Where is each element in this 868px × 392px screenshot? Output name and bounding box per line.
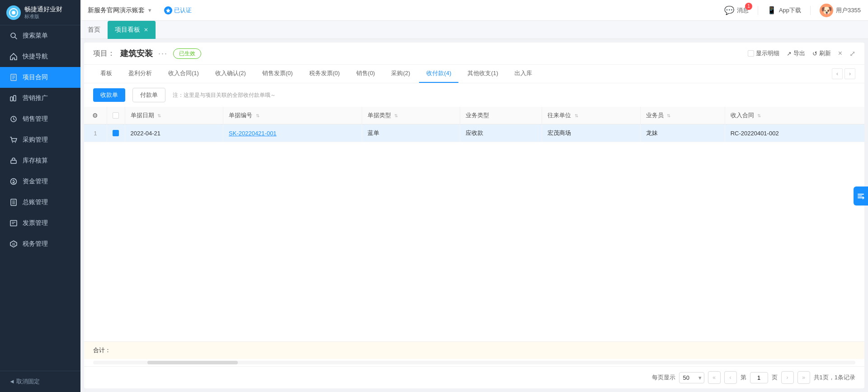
user-name-label: 用户3355 <box>836 6 861 14</box>
row-number-link[interactable]: SK-20220421-001 <box>229 130 277 137</box>
page-close-button[interactable]: × <box>838 49 842 57</box>
menu-icon-4 <box>9 115 18 124</box>
tab-project-label: 项目看板 <box>115 26 140 34</box>
col-settings[interactable]: ⚙ <box>84 107 107 124</box>
col-contract[interactable]: 收入合同 ⇅ <box>725 107 864 124</box>
page-content: 项目： 建筑安装 ··· 已生效 显示明细 ↗ 导出 ↺ 刷新 × ⤢ <box>84 43 864 388</box>
page-expand-button[interactable]: ⤢ <box>849 49 855 58</box>
menu-icon-6 <box>9 156 18 165</box>
sub-tab-profit[interactable]: 盈利分析 <box>121 65 159 83</box>
table-row[interactable]: 1 2022-04-21 SK-20220421-001 蓝单 应收款 宏茂商场… <box>84 124 864 142</box>
message-button[interactable]: 💬 消息 1 <box>724 5 749 15</box>
sidebar-unpin-button[interactable]: ◄ 取消固定 <box>0 371 80 392</box>
col-date[interactable]: 单据日期 ⇅ <box>125 107 223 124</box>
sub-tab-warehouse[interactable]: 出入库 <box>507 65 539 83</box>
svg-rect-9 <box>14 96 16 101</box>
next-page-button[interactable]: › <box>781 371 794 384</box>
export-button[interactable]: ↗ 导出 <box>787 49 805 57</box>
sub-tab-purchase[interactable]: 采购(2) <box>384 65 417 83</box>
header-checkbox[interactable] <box>113 112 119 119</box>
sub-tab-kanban[interactable]: 看板 <box>93 65 119 83</box>
phone-icon: 📱 <box>767 6 776 14</box>
menu-icon-1 <box>9 52 18 61</box>
prev-page-button[interactable]: ‹ <box>724 371 737 384</box>
col-number[interactable]: 单据编号 ⇅ <box>223 107 362 124</box>
svg-rect-24 <box>858 196 862 196</box>
status-badge: 已生效 <box>173 48 201 59</box>
sidebar-item-快捷导航[interactable]: 快捷导航 <box>0 46 80 67</box>
scrollbar-thumb[interactable] <box>147 361 238 364</box>
show-detail-checkbox[interactable] <box>748 50 754 57</box>
sub-tab-prev-button[interactable]: ‹ <box>832 68 843 79</box>
row-number[interactable]: SK-20220421-001 <box>223 124 362 142</box>
sidebar: 畅捷通好业财 标准版 搜索菜单 快捷导航 项目合同 营销推广 销售管理 采购管理… <box>0 0 80 392</box>
menu-icon-2 <box>9 73 18 82</box>
right-float-button[interactable] <box>854 186 868 206</box>
row-checkbox-cell[interactable] <box>107 124 125 142</box>
sub-tab-bar: 看板 盈利分析 收入合同(1) 收入确认(2) 销售发票(0) 税务发票(0) … <box>84 65 864 83</box>
receive-filter-button[interactable]: 收款单 <box>93 88 125 102</box>
svg-line-3 <box>15 37 17 39</box>
topbar-right: 💬 消息 1 📱 App下载 🐶 用户3355 <box>724 4 861 17</box>
sub-tab-nav: ‹ › <box>832 68 855 79</box>
sidebar-item-营销推广[interactable]: 营销推广 <box>0 88 80 109</box>
tab-home[interactable]: 首页 <box>88 21 108 39</box>
app-download-button[interactable]: 📱 App下载 <box>767 6 801 14</box>
user-profile-button[interactable]: 🐶 用户3355 <box>820 4 861 17</box>
certified-icon <box>164 6 172 14</box>
sidebar-item-项目合同[interactable]: 项目合同 <box>0 67 80 88</box>
divider <box>758 6 758 15</box>
horizontal-scrollbar-row <box>84 359 864 366</box>
sidebar-item-采购管理[interactable]: 采购管理 <box>0 129 80 150</box>
menu-label-0: 搜索菜单 <box>23 32 48 40</box>
tab-close-icon[interactable]: ✕ <box>144 27 148 33</box>
row-checkbox[interactable] <box>113 130 119 136</box>
sub-tab-other[interactable]: 其他收支(1) <box>460 65 505 83</box>
header-actions: 显示明细 ↗ 导出 ↺ 刷新 × ⤢ <box>748 49 855 58</box>
svg-point-1 <box>12 11 15 14</box>
sidebar-item-资金管理[interactable]: 资金管理 <box>0 171 80 192</box>
export-label: 导出 <box>793 49 805 57</box>
page-number-input[interactable] <box>750 372 768 383</box>
divider2 <box>810 6 811 15</box>
col-salesperson[interactable]: 业务员 ⇅ <box>640 107 725 124</box>
filter-bar: 收款单 付款单 注：这里是与项目关联的全部收付款单哦～ <box>84 83 864 107</box>
horizontal-scrollbar[interactable] <box>93 361 855 364</box>
sub-tab-income-confirm[interactable]: 收入确认(2) <box>208 65 253 83</box>
col-partner[interactable]: 往来单位 ⇅ <box>542 107 641 124</box>
row-type: 蓝单 <box>362 124 460 142</box>
export-icon: ↗ <box>787 50 792 57</box>
sidebar-item-发票管理[interactable]: 发票管理 <box>0 213 80 234</box>
sidebar-item-税务管理[interactable]: 税 税务管理 <box>0 234 80 254</box>
col-type[interactable]: 单据类型 ⇅ <box>362 107 460 124</box>
settings-icon[interactable]: ⚙ <box>92 112 98 119</box>
last-page-button[interactable]: » <box>797 371 810 384</box>
tab-project-board[interactable]: 项目看板 ✕ <box>108 21 156 39</box>
menu-label-5: 采购管理 <box>23 136 48 144</box>
sidebar-item-总账管理[interactable]: 总账管理 <box>0 192 80 213</box>
svg-point-12 <box>15 142 16 143</box>
svg-rect-19 <box>10 220 17 226</box>
sub-tab-next-button[interactable]: › <box>844 68 855 79</box>
sidebar-item-销售管理[interactable]: 销售管理 <box>0 109 80 129</box>
sub-tab-sales-invoice[interactable]: 销售发票(0) <box>255 65 300 83</box>
show-detail-toggle[interactable]: 显示明细 <box>748 49 779 57</box>
more-options-button[interactable]: ··· <box>158 49 168 58</box>
sub-tab-income-contract[interactable]: 收入合同(1) <box>161 65 206 83</box>
tab-bar: 首页 项目看板 ✕ <box>80 21 868 39</box>
sub-tab-sales[interactable]: 销售(0) <box>349 65 382 83</box>
sub-tab-receivable[interactable]: 收付款(4) <box>419 65 458 83</box>
first-page-button[interactable]: « <box>708 371 721 384</box>
table-footer: 合计： <box>84 341 864 359</box>
sidebar-item-库存核算[interactable]: 库存核算 <box>0 150 80 171</box>
payment-filter-button[interactable]: 付款单 <box>132 88 165 102</box>
user-avatar: 🐶 <box>820 4 833 17</box>
account-dropdown-icon[interactable]: ▾ <box>148 7 151 14</box>
refresh-button[interactable]: ↺ 刷新 <box>812 49 831 57</box>
sub-tab-tax-invoice[interactable]: 税务发票(0) <box>302 65 347 83</box>
col-checkbox <box>107 107 125 124</box>
sidebar-menu-list: 搜索菜单 快捷导航 项目合同 营销推广 销售管理 采购管理 库存核算 资金管理 … <box>0 25 80 371</box>
page-size-select[interactable]: 50 10 20 100 <box>679 372 704 383</box>
sidebar-item-搜索菜单[interactable]: 搜索菜单 <box>0 25 80 46</box>
data-table-container[interactable]: ⚙ 单据日期 ⇅ 单据编号 ⇅ 单据类型 ⇅ 业务类型 往来单位 ⇅ 业务员 ⇅… <box>84 107 864 341</box>
